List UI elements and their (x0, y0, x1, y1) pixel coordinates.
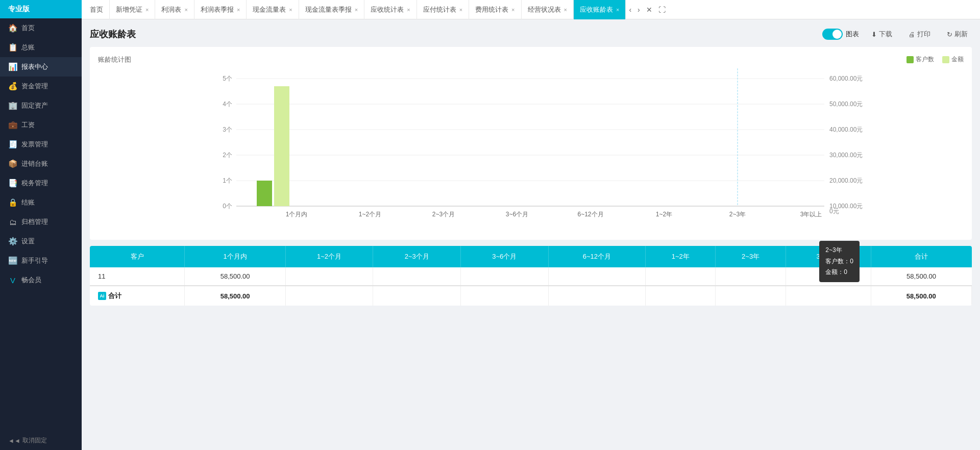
sidebar-item-label: 归档管理 (21, 217, 48, 227)
close-tab-voucher[interactable]: × (145, 7, 149, 13)
sidebar-item-invoice[interactable]: 🧾 发票管理 (0, 135, 82, 154)
footer-total: 58,500.00 (871, 286, 971, 306)
sidebar: 专业版 🏠 首页 📋 总账 📊 报表中心 💰 资金管理 🏢 固定资产 💼 工资 … (0, 0, 82, 450)
sidebar-item-reports[interactable]: 📊 报表中心 (0, 57, 82, 77)
footer-1m: 58,500.00 (185, 286, 285, 306)
unpin-icon: ◄◄ (8, 437, 20, 444)
close-tab-operation[interactable]: × (564, 7, 567, 13)
sidebar-item-guide[interactable]: 🆕 新手引导 (0, 251, 82, 270)
assets-icon: 🏢 (8, 101, 17, 110)
svg-text:60,000.00元: 60,000.00元 (829, 75, 863, 82)
salary-icon: 💼 (8, 120, 17, 130)
tab-operation[interactable]: 经营状况表 × (522, 0, 574, 19)
col-header-1to2m: 1~2个月 (285, 246, 373, 267)
cell-1to2m (285, 267, 373, 286)
page-title: 应收账龄表 (90, 28, 136, 40)
table-footer-row: Ai 合计 58,500.00 58,500.00 (90, 286, 972, 306)
chart-container: 账龄统计图 客户数 金额 5个 4个 3个 2个 1个 0个 (90, 47, 972, 240)
tab-close-all-button[interactable]: ✕ (643, 0, 655, 19)
chart-svg: 5个 4个 3个 2个 1个 0个 60,000.00元 50,000.00元 … (98, 68, 964, 232)
sidebar-item-archive[interactable]: 🗂 归档管理 (0, 212, 82, 232)
sales-icon: 📦 (8, 159, 17, 168)
tab-cashflow-season[interactable]: 现金流量表季报 × (299, 0, 364, 19)
close-tab-cashflow[interactable]: × (289, 7, 292, 13)
refresh-icon: ↻ (947, 31, 952, 38)
data-table: 客户 1个月内 1~2个月 2~3个月 3~6个月 6~12个月 1~2年 2~… (90, 246, 972, 306)
sidebar-item-label: 进销台账 (21, 159, 48, 168)
cell-2to3y (716, 267, 786, 286)
guide-icon: 🆕 (8, 256, 17, 265)
close-tab-profit[interactable]: × (184, 7, 187, 13)
close-tab-payable-stat[interactable]: × (459, 7, 462, 13)
sidebar-item-tax[interactable]: 📑 税务管理 (0, 173, 82, 193)
sidebar-item-label: 畅会员 (21, 276, 41, 285)
tab-profit[interactable]: 利润表 × (155, 0, 194, 19)
legend-customer: 客户数 (906, 55, 934, 64)
cell-3yplus (786, 267, 871, 286)
close-tab-cashflow-season[interactable]: × (355, 7, 358, 13)
chart-legend: 客户数 金额 (906, 55, 964, 64)
footer-1to2m (285, 286, 373, 306)
sidebar-item-settings[interactable]: ⚙️ 设置 (0, 232, 82, 251)
svg-text:4个: 4个 (223, 101, 232, 108)
footer-label: Ai 合计 (90, 286, 185, 306)
sidebar-item-ledger[interactable]: 📋 总账 (0, 38, 82, 57)
svg-text:2~3个月: 2~3个月 (432, 211, 455, 218)
main-area: 首页 新增凭证 × 利润表 × 利润表季报 × 现金流量表 × 现金流量表季报 … (82, 0, 980, 450)
tab-receivable-stat[interactable]: 应收统计表 × (364, 0, 416, 19)
sidebar-item-sales[interactable]: 📦 进销台账 (0, 154, 82, 173)
sidebar-item-funds[interactable]: 💰 资金管理 (0, 77, 82, 96)
unpin-button[interactable]: ◄◄ 取消固定 (0, 431, 82, 450)
close-tab-expense-stat[interactable]: × (511, 7, 514, 13)
download-icon: ⬇ (871, 31, 877, 38)
sidebar-item-salary[interactable]: 💼 工资 (0, 115, 82, 135)
tab-prev-button[interactable]: ‹ (626, 0, 634, 19)
bar-amount-1[interactable] (274, 86, 289, 206)
svg-text:0个: 0个 (223, 203, 232, 210)
chart-toggle-label: 图表 (846, 30, 859, 39)
archive-icon: 🗂 (8, 218, 17, 227)
tab-cashflow[interactable]: 现金流量表 × (247, 0, 299, 19)
svg-text:30,000.00元: 30,000.00元 (829, 152, 863, 159)
tab-voucher[interactable]: 新增凭证 × (110, 0, 155, 19)
sidebar-item-home[interactable]: 🏠 首页 (0, 18, 82, 38)
close-tab-receivable-stat[interactable]: × (407, 7, 410, 13)
tab-expense-stat[interactable]: 费用统计表 × (469, 0, 521, 19)
tab-payable-stat[interactable]: 应付统计表 × (417, 0, 469, 19)
bar-customer-1[interactable] (257, 181, 272, 206)
sidebar-item-label: 工资 (21, 120, 35, 130)
tab-home[interactable]: 首页 (84, 0, 110, 19)
chart-toggle[interactable] (822, 29, 843, 40)
close-tab-receivable-age[interactable]: × (616, 7, 619, 13)
home-icon: 🏠 (8, 23, 17, 33)
tab-receivable-age[interactable]: 应收账龄表 × (574, 0, 626, 19)
footer-2to3y (716, 286, 786, 306)
tab-profit-season[interactable]: 利润表季报 × (194, 0, 247, 19)
tab-expand-button[interactable]: ⛶ (655, 0, 669, 19)
footer-1to2y (646, 286, 716, 306)
settings-icon: ⚙️ (8, 237, 17, 246)
close-tab-profit-season[interactable]: × (237, 7, 240, 13)
sidebar-item-label: 税务管理 (21, 179, 48, 188)
refresh-button[interactable]: ↻ 刷新 (943, 28, 972, 41)
svg-text:1~2个月: 1~2个月 (359, 211, 381, 218)
svg-text:3~6个月: 3~6个月 (506, 211, 528, 218)
content-area: 应收账龄表 图表 ⬇ 下载 🖨 打印 ↻ 刷新 (82, 19, 980, 450)
sidebar-item-close[interactable]: 🔒 结账 (0, 193, 82, 212)
svg-text:0元: 0元 (829, 208, 839, 215)
legend-customer-label: 客户数 (916, 55, 934, 64)
sidebar-item-label: 新手引导 (21, 256, 48, 265)
svg-text:1个: 1个 (223, 177, 232, 184)
svg-text:3年以上: 3年以上 (800, 211, 822, 218)
sidebar-item-label: 固定资产 (21, 101, 48, 110)
tab-next-button[interactable]: › (634, 0, 643, 19)
sidebar-item-label: 发票管理 (21, 140, 48, 149)
page-actions: 图表 ⬇ 下载 🖨 打印 ↻ 刷新 (822, 28, 972, 41)
sidebar-item-assets[interactable]: 🏢 固定资产 (0, 96, 82, 115)
sidebar-item-member[interactable]: V 畅会员 (0, 270, 82, 290)
download-button[interactable]: ⬇ 下载 (867, 28, 896, 41)
col-header-total: 合计 (871, 246, 971, 267)
print-button[interactable]: 🖨 打印 (904, 28, 935, 41)
col-header-6to12m: 6~12个月 (548, 246, 646, 267)
svg-text:2~3年: 2~3年 (729, 211, 746, 218)
